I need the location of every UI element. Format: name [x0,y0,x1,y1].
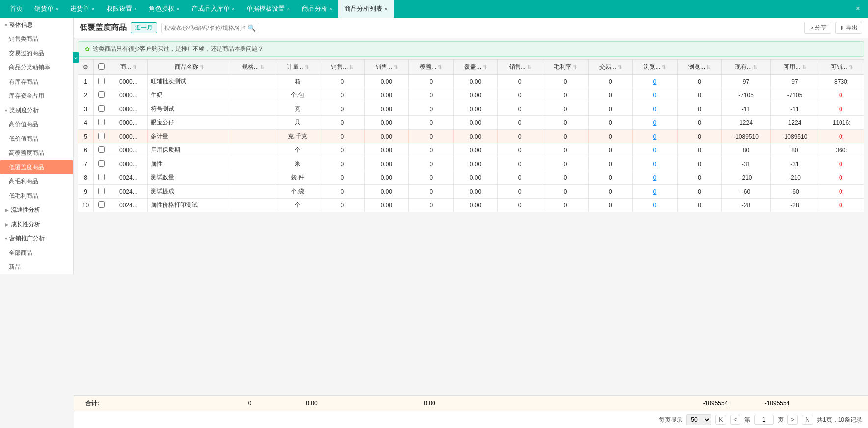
sort-cover2-icon[interactable]: ⇅ [483,64,487,70]
row-select-checkbox[interactable] [98,91,105,98]
sidebar-item-high-coverage[interactable]: 高覆盖度商品 [0,146,73,160]
sidebar-item-all-goods[interactable]: 全部商品 [0,246,73,260]
row-col13[interactable]: 0 [633,116,678,130]
sidebar-group-growth[interactable]: ▶ 成长性分析 [0,217,73,231]
select-all-checkbox[interactable] [98,63,105,70]
nav-instock[interactable]: 产成品入库单 × [186,0,241,18]
row-select-checkbox[interactable] [98,78,105,84]
sort-view2-icon[interactable]: ⇅ [706,64,710,70]
nav-permission-close[interactable]: × [134,6,137,12]
th-sellable: 可销...⇅ [819,60,864,75]
sort-sale2-icon[interactable]: ⇅ [394,64,398,70]
sort-spec-icon[interactable]: ⇅ [260,64,264,70]
row-checkbox[interactable] [94,116,109,130]
nav-role[interactable]: 角色授权 × [143,0,185,18]
prev-page-btn[interactable]: < [730,415,740,425]
sort-current-icon[interactable]: ⇅ [753,64,757,70]
window-close-btn[interactable]: × [852,4,864,13]
sidebar-item-in-stock[interactable]: 有库存商品 [0,75,73,89]
row-select-checkbox[interactable] [98,146,105,153]
date-filter-month[interactable]: 近一月 [131,22,157,33]
nav-analysis-close[interactable]: × [329,6,332,12]
nav-analysis-list-close[interactable]: × [384,6,387,12]
nav-purchase[interactable]: 进货单 × [64,0,100,18]
row-select-checkbox[interactable] [98,105,105,112]
nav-sales-close[interactable]: × [55,6,58,12]
sidebar-item-low-coverage[interactable]: 低覆盖度商品 [0,160,73,174]
sort-margin-icon[interactable]: ⇅ [573,64,577,70]
sort-cover1-icon[interactable]: ⇅ [438,64,442,70]
row-checkbox[interactable] [94,88,109,102]
nav-home[interactable]: 首页 [4,0,28,18]
sort-code-icon[interactable]: ⇅ [133,64,136,70]
settings-icon[interactable]: ⚙ [83,64,88,71]
sort-unit-icon[interactable]: ⇅ [305,64,309,70]
row-col13[interactable]: 0 [633,171,678,185]
nav-analysis-list[interactable]: 商品分析列表 × [338,0,393,18]
row-col13[interactable]: 0 [633,88,678,102]
search-input[interactable] [164,25,245,31]
nav-purchase-close[interactable]: × [91,6,94,12]
last-page-btn[interactable]: N [802,415,813,425]
page-size-select[interactable]: 50 20 100 [686,414,711,425]
row-col13[interactable]: 0 [633,199,678,212]
row-checkbox[interactable] [94,157,109,171]
sidebar-collapse-btn[interactable]: « [73,52,79,63]
sidebar-item-high-value[interactable]: 高价值商品 [0,117,73,132]
export-btn[interactable]: ⬇ 导出 [835,22,862,34]
nav-analysis[interactable]: 商品分析 × [296,0,338,18]
sort-trade-icon[interactable]: ⇅ [618,64,622,70]
next-page-btn[interactable]: > [787,415,798,425]
table-wrapper[interactable]: ⚙ 商...⇅ 商品名称⇅ 规格...⇅ 计量...⇅ 销售...⇅ 销售...… [78,59,864,395]
search-icon[interactable]: 🔍 [247,24,256,32]
row-checkbox[interactable] [94,102,109,116]
row-checkbox[interactable] [94,199,109,212]
nav-permission[interactable]: 权限设置 × [101,0,143,18]
row-checkbox[interactable] [94,185,109,199]
sort-sellable-icon[interactable]: ⇅ [849,64,853,70]
nav-template-close[interactable]: × [287,6,290,12]
sort-sale1-icon[interactable]: ⇅ [349,64,353,70]
row-select-checkbox[interactable] [98,133,105,139]
sidebar-item-low-profit[interactable]: 低毛利商品 [0,189,73,203]
sort-name-icon[interactable]: ⇅ [200,64,204,70]
sidebar-item-stock-capital[interactable]: 库存资金占用 [0,89,73,103]
sort-available-icon[interactable]: ⇅ [802,64,806,70]
sidebar-group-marketing[interactable]: ▾ 营销推广分析 [0,231,73,246]
row-select-checkbox[interactable] [98,119,105,125]
row-checkbox[interactable] [94,130,109,143]
nav-instock-close[interactable]: × [232,6,235,12]
sidebar-item-high-profit[interactable]: 高毛利商品 [0,174,73,189]
row-col13[interactable]: 0 [633,157,678,171]
checkbox-col-header[interactable] [94,60,109,75]
sidebar-group-category[interactable]: ▾ 类别度分析 [0,103,73,117]
sidebar-item-category-rate[interactable]: 商品分类动销率 [0,60,73,75]
sidebar-group-liquidity[interactable]: ▶ 流通性分析 [0,203,73,217]
nav-sales[interactable]: 销货单 × [28,0,64,18]
row-col13[interactable]: 0 [633,185,678,199]
sidebar-item-low-value[interactable]: 低价值商品 [0,132,73,146]
row-checkbox[interactable] [94,143,109,157]
row-select-checkbox[interactable] [98,188,105,194]
row-col13[interactable]: 0 [633,130,678,143]
row-select-checkbox[interactable] [98,174,105,180]
row-select-checkbox[interactable] [98,201,105,208]
sidebar-item-sales-goods[interactable]: 销售类商品 [0,32,73,46]
row-col13[interactable]: 0 [633,102,678,116]
sort-sale3-icon[interactable]: ⇅ [527,64,531,70]
nav-template[interactable]: 单据模板设置 × [241,0,296,18]
sort-view1-icon[interactable]: ⇅ [662,64,666,70]
row-checkbox[interactable] [94,75,109,88]
nav-role-close[interactable]: × [176,6,179,12]
first-page-btn[interactable]: K [715,415,726,425]
row-checkbox[interactable] [94,171,109,185]
row-col13[interactable]: 0 [633,75,678,88]
settings-col-header[interactable]: ⚙ [78,60,94,75]
share-btn[interactable]: ↗ 分享 [804,22,831,34]
row-select-checkbox[interactable] [98,160,105,167]
page-number-input[interactable] [754,415,774,425]
sidebar-item-traded-goods[interactable]: 交易过的商品 [0,46,73,60]
row-col13[interactable]: 0 [633,143,678,157]
sidebar-group-overview[interactable]: ▾ 整体信息 [0,18,73,32]
sidebar-item-new-goods[interactable]: 新品 [0,260,73,274]
